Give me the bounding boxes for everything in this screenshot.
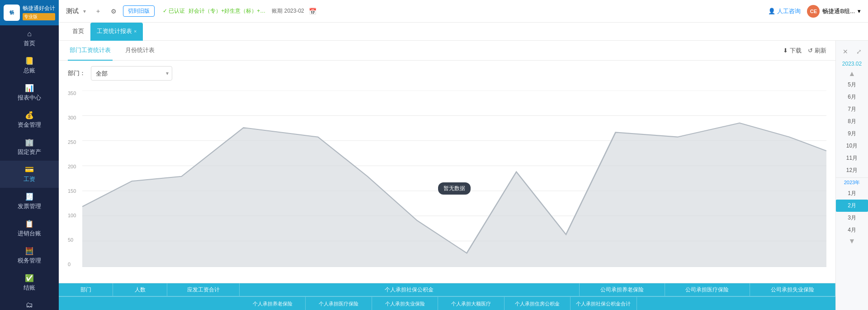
table-top-row: 部门 人数 应发工资合计 个人承担社保公积金 bbox=[59, 283, 835, 297]
month-5[interactable]: 5月 bbox=[836, 79, 868, 91]
sidebar-label-assets: 固定资产 bbox=[18, 148, 41, 156]
sidebar-label-capital: 资金管理 bbox=[18, 121, 41, 129]
refresh-icon: ↺ bbox=[808, 47, 813, 54]
sidebar-label-closing: 结账 bbox=[24, 284, 35, 292]
sidebar-item-archive[interactable]: 🗂 归档管理 bbox=[0, 296, 59, 310]
expand-panel-button[interactable]: ⤢ bbox=[854, 46, 864, 57]
filter-row: 部门： 全部 bbox=[59, 61, 835, 86]
right-panel: ✕ ⤢ 2023.02 ▲ 5月 6月 7月 8月 9月 10月 11月 12月… bbox=[835, 41, 868, 310]
app-name: 畅捷通好会计 bbox=[23, 5, 55, 12]
download-button[interactable]: ⬇ 下载 bbox=[783, 47, 802, 55]
y-label-50: 50 bbox=[68, 237, 76, 243]
th-personal-total: 个人承担社保公积金合计 bbox=[571, 297, 637, 310]
month-nav-up[interactable]: ▲ bbox=[836, 69, 868, 79]
sidebar-item-reports[interactable]: 📊 报表中心 bbox=[0, 79, 59, 106]
month-4[interactable]: 4月 bbox=[836, 224, 868, 236]
reports-icon: 📊 bbox=[25, 84, 34, 92]
topbar-status-badges: ✓ 已认证 好会计（专）+好生意（标）+… bbox=[163, 7, 265, 15]
sidebar-item-capital[interactable]: 💰 资金管理 bbox=[0, 106, 59, 134]
y-label-200: 200 bbox=[68, 164, 76, 169]
month-11[interactable]: 11月 bbox=[836, 152, 868, 164]
page-content: 部门工资统计表 月份统计表 ⬇ 下载 ↺ 刷新 bbox=[59, 41, 835, 310]
main-area: 部门工资统计表 月份统计表 ⬇ 下载 ↺ 刷新 bbox=[59, 41, 835, 310]
month-9[interactable]: 9月 bbox=[836, 128, 868, 140]
sub-tabs: 部门工资统计表 月份统计表 ⬇ 下载 ↺ 刷新 bbox=[59, 41, 835, 61]
home-icon: ⌂ bbox=[27, 30, 32, 38]
user-name: 畅捷通B组... bbox=[822, 7, 855, 15]
assets-icon: 🏢 bbox=[25, 138, 34, 147]
table-bottom-row: 个人承担养老保险 个人承担医疗保险 个人承担失业保险 个人承担大额医疗 bbox=[59, 297, 835, 310]
month-7[interactable]: 7月 bbox=[836, 103, 868, 115]
avatar: CE bbox=[807, 5, 820, 18]
sidebar-label-home: 首页 bbox=[24, 39, 35, 48]
y-label-150: 150 bbox=[68, 188, 76, 194]
month-3[interactable]: 3月 bbox=[836, 212, 868, 224]
closing-icon: ✅ bbox=[25, 274, 34, 282]
sidebar-item-ledger[interactable]: 📒 总账 bbox=[0, 52, 59, 79]
sub-tab-dept[interactable]: 部门工资统计表 bbox=[68, 41, 113, 61]
dept-filter-select[interactable]: 全部 bbox=[91, 66, 172, 81]
month-1[interactable]: 1月 bbox=[836, 187, 868, 200]
refresh-button[interactable]: ↺ 刷新 bbox=[808, 47, 826, 55]
year-2023-section: 2023年 bbox=[836, 177, 868, 187]
sidebar-item-home[interactable]: ⌂ 首页 bbox=[0, 25, 59, 52]
y-label-100: 100 bbox=[68, 213, 76, 218]
close-panel-button[interactable]: ✕ bbox=[840, 46, 851, 57]
user-menu[interactable]: CE 畅捷通B组... ▾ bbox=[807, 5, 861, 18]
tab-salary-report[interactable]: 工资统计报表 × bbox=[90, 23, 143, 41]
th-company-pension: 公司承担养老保险 bbox=[580, 283, 665, 296]
year-display: 2023.02 bbox=[836, 59, 868, 69]
project-name: 测试 bbox=[66, 7, 79, 15]
th-personal-major-medical: 个人承担大额医疗 bbox=[438, 297, 504, 310]
month-10[interactable]: 10月 bbox=[836, 140, 868, 152]
service-button[interactable]: 👤 人工咨询 bbox=[768, 7, 801, 15]
tax-icon: 🧮 bbox=[25, 247, 34, 255]
sidebar-item-closing[interactable]: ✅ 结账 bbox=[0, 269, 59, 296]
sub-tab-monthly[interactable]: 月份统计表 bbox=[123, 41, 156, 61]
sidebar-logo: 畅 畅捷通好会计 专业版 bbox=[0, 0, 59, 25]
user-dropdown-arrow: ▾ bbox=[858, 8, 861, 14]
dept-filter-select-wrap[interactable]: 全部 bbox=[91, 66, 172, 81]
th-personal-housing-fund: 个人承担住房公积金 bbox=[505, 297, 571, 310]
content-wrapper: 部门工资统计表 月份统计表 ⬇ 下载 ↺ 刷新 bbox=[59, 41, 868, 310]
salary-icon: 💳 bbox=[25, 165, 34, 174]
y-label-350: 350 bbox=[68, 91, 76, 96]
app-logo-icon: 畅 bbox=[4, 5, 20, 21]
add-button[interactable]: ＋ bbox=[92, 5, 104, 17]
tab-close-icon[interactable]: × bbox=[134, 29, 137, 34]
th-count: 人数 bbox=[113, 283, 167, 296]
certified-badge: ✓ 已认证 bbox=[163, 7, 185, 15]
sidebar-label-tax: 税务管理 bbox=[18, 257, 41, 265]
month-8[interactable]: 8月 bbox=[836, 115, 868, 128]
right-panel-top: ✕ ⤢ bbox=[836, 44, 868, 59]
th-personal-group: 个人承担社保公积金 bbox=[240, 283, 580, 296]
settings-icon-button[interactable]: ⚙ bbox=[108, 5, 119, 17]
calendar-icon[interactable]: 📅 bbox=[309, 8, 316, 15]
month-2-active[interactable]: 2月 bbox=[836, 200, 868, 212]
sidebar-label-invoice: 发票管理 bbox=[18, 202, 41, 210]
sidebar-item-trade[interactable]: 📋 进销台账 bbox=[0, 215, 59, 242]
trade-icon: 📋 bbox=[25, 219, 34, 228]
topbar-dropdown-arrow[interactable]: ▾ bbox=[83, 8, 86, 14]
sidebar: 畅 畅捷通好会计 专业版 ⌂ 首页 📒 总账 📊 报表中心 💰 资金管理 🏢 固… bbox=[0, 0, 59, 310]
month-12[interactable]: 12月 bbox=[836, 164, 868, 176]
sidebar-item-salary[interactable]: 💳 工资 bbox=[0, 161, 59, 188]
sidebar-item-tax[interactable]: 🧮 税务管理 bbox=[0, 242, 59, 269]
capital-icon: 💰 bbox=[25, 111, 34, 119]
switch-version-button[interactable]: 切到旧版 bbox=[123, 5, 155, 17]
archive-icon: 🗂 bbox=[26, 301, 33, 309]
tabs-row: 首页 工资统计报表 × bbox=[59, 23, 868, 41]
main-content: 测试 ▾ ＋ ⚙ 切到旧版 ✓ 已认证 好会计（专）+好生意（标）+… 账期 2… bbox=[59, 0, 868, 310]
month-6[interactable]: 6月 bbox=[836, 91, 868, 103]
sidebar-nav: ⌂ 首页 📒 总账 📊 报表中心 💰 资金管理 🏢 固定资产 💳 工资 🧾 发票… bbox=[0, 25, 59, 310]
product-badges: 好会计（专）+好生意（标）+… bbox=[189, 7, 265, 15]
sidebar-item-invoice[interactable]: 🧾 发票管理 bbox=[0, 188, 59, 215]
tab-home[interactable]: 首页 bbox=[66, 23, 90, 41]
chart-container: 350 300 250 200 150 100 50 0 bbox=[59, 86, 835, 283]
th-dept: 部门 bbox=[59, 283, 113, 296]
y-label-300: 300 bbox=[68, 115, 76, 120]
sidebar-item-assets[interactable]: 🏢 固定资产 bbox=[0, 134, 59, 161]
month-nav-down[interactable]: ▼ bbox=[836, 236, 868, 246]
period-label: 账期 2023-02 bbox=[272, 7, 304, 15]
th-company-medical: 公司承担医疗保险 bbox=[665, 283, 750, 296]
